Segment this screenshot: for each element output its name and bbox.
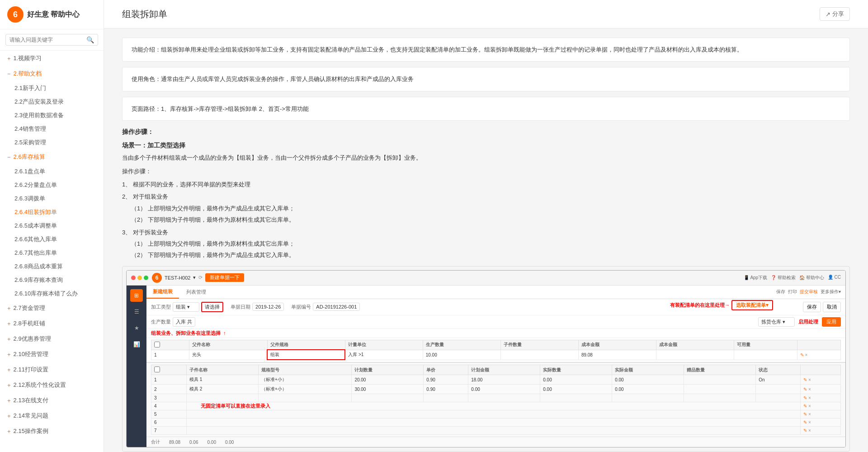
content-body: 功能介绍：组装拆卸单用来处理企业组装或拆卸等加工业务，支持有固定装配清单的产品加… [104,29,868,452]
ss-label-date: 单据日期 [231,304,250,310]
ss-form-row1: 加工类型 组装 ▾ 请选择 单据日期 2019-12-26 单据编号 AD-20… [146,299,845,315]
ss-field-ref-highlighted[interactable]: 请选择 [201,302,223,312]
ss-row-edit2[interactable]: ✎ [803,387,807,392]
ss-row-del-icon[interactable]: × [805,352,807,357]
sidebar-item-new[interactable]: 2.1新手入门 [0,81,104,95]
ss-select-type[interactable]: 组装 ▾ [173,302,199,312]
ss-row-edit1[interactable]: ✎ [803,377,807,382]
sidebar-item-mobile[interactable]: + 2.8手机旺铺 [0,316,104,331]
sidebar-item-operation[interactable]: + 2.10经营管理 [0,347,104,362]
ss-cell-name: 光头 [189,350,267,360]
ss-cell-unit: 入库 >1 [345,350,423,360]
sidebar-item-cost-calc[interactable]: 2.6.8商品成本重算 [0,260,104,273]
ss-row-edit6[interactable]: ✎ [803,420,807,425]
ss-cell-status2 [756,385,801,394]
page-title: 组装拆卸单 [122,8,167,20]
sidebar-item-faq[interactable]: + 2.14常见问题 [0,408,104,423]
sidebar-item-check[interactable]: 2.6.9库存账本查询 [0,273,104,287]
sidebar-item-sales[interactable]: 2.4销售管理 [0,122,104,136]
ss-row-edit-icon[interactable]: ✎ [800,352,804,357]
ss-row-edit5[interactable]: ✎ [803,412,807,417]
ss-action-submit[interactable]: 提交审核 [800,289,818,295]
sidebar-item-data[interactable]: 2.3使用前数据准备 [0,109,104,122]
ss-select-warehouse[interactable]: 拣货仓库 ▾ [758,317,795,327]
ss-btn-cancel[interactable]: 取消 [823,302,841,312]
sidebar-item-move[interactable]: 2.6.3调拨单 [0,192,104,205]
sidebar-item-payment[interactable]: + 2.13在线支付 [0,393,104,408]
ss-cell-child-spec2: （标准+小） [258,385,351,394]
ss-action-more[interactable]: 更多操作▾ [821,289,841,295]
sidebar-item-print[interactable]: + 2.11打印设置 [0,362,104,377]
ss-cell-num5: 5 [151,410,187,419]
ss-row-edit4[interactable]: ✎ [803,404,807,409]
ss-row-del6[interactable]: × [808,420,811,425]
sidebar-item-install[interactable]: 2.2产品安装及登录 [0,95,104,109]
sidebar-item-partial[interactable]: 2.6.2分量盘点单 [0,178,104,192]
ss-input-date[interactable]: 2019-12-26 [252,303,284,311]
sidebar-item-coupon[interactable]: + 2.9优惠券管理 [0,331,104,347]
sidebar-item-assemble[interactable]: 2.6.4组装拆卸单 [0,205,104,219]
ss-nav-list[interactable]: ☰ [130,305,143,318]
sidebar-item-docs[interactable]: − 2.帮助文档 [0,66,104,81]
ss-row-edit3[interactable]: ✎ [803,395,807,400]
steps-list: 1、 根据不同的业务，选择不同单据的类型来处理 2、 对于组装业务 （1） 上部… [122,179,850,261]
ss-col-child-name: 子件名称 [186,365,258,375]
table-row: 5 ✎ × [151,410,841,419]
ss-form-row2: 生产数量 入库 共 拣货仓库 ▾ 启用处理 应用 [146,315,845,329]
ss-footer-val2: 0.06 [189,440,198,445]
sidebar-item-finance[interactable]: + 2.7资金管理 [0,300,104,316]
ss-cell-actions3: ✎ × [801,394,841,402]
ss-cell-actual-amt2: 0.00 [612,385,684,394]
ss-nav-home[interactable]: ⊞ [130,289,143,302]
ss-tab-list[interactable]: 列表管理 [180,286,212,298]
ss-btn-bom[interactable]: 选取装配清单▾ [731,300,773,310]
sidebar-item-other-out[interactable]: 2.6.7其他出库单 [0,246,104,260]
ss-cell-empty7 [186,427,800,435]
ss-action-print[interactable]: 打印 [788,289,797,295]
ss-nav-chart[interactable]: 📊 [130,338,143,351]
sidebar-item-inventory[interactable]: − 2.6库存核算 [0,149,104,165]
ss-footer-val1: 89.08 [169,440,180,445]
ss-cell-actions4: ✎ × [801,402,841,410]
step-3: 3、 对于拆装业务 （1） 上部明细为父件明细，最终作为原材料生成其它出库单； … [122,227,850,261]
ss-row-del5[interactable]: × [808,412,811,417]
sidebar-item-personalize[interactable]: + 2.12系统个性化设置 [0,377,104,393]
ss-check-all-bottom[interactable] [154,366,160,372]
sidebar-item-video[interactable]: + 1.视频学习 [0,51,104,66]
ss-input-billno[interactable]: AD-20191226-001 [313,303,360,311]
ss-cell-actual-qty1: 0.00 [540,375,612,385]
ss-btn-save[interactable]: 保存 [803,302,821,312]
main-content: 组装拆卸单 ↗ 分享 功能介绍：组装拆卸单用来处理企业组装或拆卸等加工业务，支持… [104,0,868,452]
expand-icon: + [7,305,11,312]
share-button[interactable]: ↗ 分享 [820,7,850,21]
ss-cell-plan-qty1: 20.00 [352,375,424,385]
ss-row-del2[interactable]: × [808,387,811,392]
search-box[interactable]: 🔍 [5,34,98,46]
ss-tab-new[interactable]: 新建组装 [146,285,179,299]
ss-btn-apply[interactable]: 应用 [822,317,841,327]
ss-nav-star[interactable]: ★ [130,322,143,334]
ss-new-order-btn[interactable]: 新建单据一下 [205,273,244,282]
ss-cell-num2: 2 [151,385,187,394]
sidebar-item-wrong[interactable]: 2.6.10库存账本错了么办 [0,287,104,300]
sidebar-item-cost[interactable]: 2.6.5成本调整单 [0,219,104,233]
sidebar-item-purchase[interactable]: 2.5采购管理 [0,136,104,149]
ss-row-edit7[interactable]: ✎ [803,428,807,433]
ss-row-del1[interactable]: × [808,377,811,382]
sidebar-item-other-in[interactable]: 2.6.6其他入库单 [0,233,104,246]
ss-action-save[interactable]: 保存 [776,289,785,295]
ss-row-del7[interactable]: × [808,428,811,433]
nav-section: + 1.视频学习 − 2.帮助文档 2.1新手入门 2.2产品安装及登录 2.3… [0,51,104,452]
table-row: 7 ✎ × [151,427,841,435]
ss-check-all-top[interactable] [154,342,160,347]
search-input[interactable] [9,37,86,43]
app-title: 好生意 帮助中心 [27,10,80,19]
ss-row-del3[interactable]: × [808,395,811,400]
sidebar-item-cases[interactable]: + 2.15操作案例 [0,423,104,439]
sidebar-item-stocktake[interactable]: 2.6.1盘点单 [0,165,104,178]
ss-input-qty[interactable]: 入库 共 [173,317,195,327]
ss-row-del4[interactable]: × [808,404,811,409]
step-2-sublist: （1） 上部明细为父件明细，最终作为产成品生成其它入库单； （2） 下部明细为子… [131,203,850,225]
close-dot [131,276,136,280]
search-icon[interactable]: 🔍 [86,36,94,43]
